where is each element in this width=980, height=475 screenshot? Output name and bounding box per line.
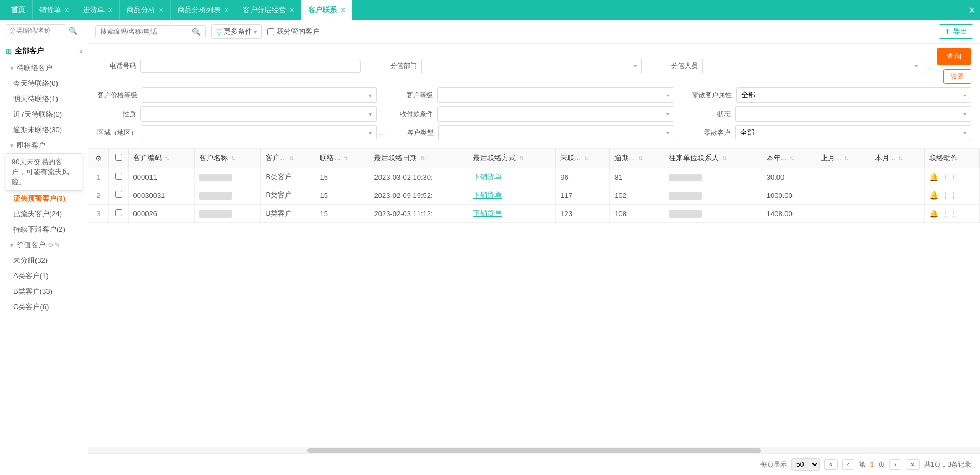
th-this-year[interactable]: 本年... ⇅ — [762, 149, 816, 168]
row-contact-count-1: 15 — [315, 186, 369, 205]
row-last-contact-type-0[interactable]: 下销货单 — [468, 168, 556, 186]
dept-field: 分管部门 ▾ — [378, 59, 642, 74]
region-select[interactable]: ▾ — [142, 125, 377, 140]
collapse-icon[interactable]: « — [79, 48, 82, 54]
nature-select[interactable]: ▾ — [140, 106, 377, 122]
tab-sales[interactable]: 销货单 ✕ — [33, 0, 76, 20]
customer-type-select[interactable]: ▾ — [438, 125, 674, 140]
th-overdue[interactable]: 逾期... ⇅ — [610, 149, 664, 168]
sidebar-item-unclassified[interactable]: 未分组(32) — [0, 253, 88, 268]
sidebar-item-declining[interactable]: 持续下滑客户(2) — [0, 222, 88, 237]
sidebar: 🔍 ⊞ 全部客户 « ▼ 待联络客户 今天待联络(0) 明天待联络(1) 近7天… — [0, 20, 88, 475]
status-select[interactable]: ▾ — [735, 106, 971, 122]
tab-customer-contact[interactable]: 客户联系 ✕ — [301, 0, 352, 20]
sidebar-item-already-churned[interactable]: 已流失客户(24) — [0, 206, 88, 222]
zero-customer-field: 零散客户 全部 ▾ — [692, 125, 971, 140]
th-name[interactable]: 客户名称 ⇅ — [195, 149, 261, 168]
sidebar-item-class-b[interactable]: B类客户(33) — [0, 284, 88, 299]
this-year-sort-icon: ⇅ — [790, 155, 794, 161]
search-submit-icon[interactable]: 🔍 — [192, 28, 201, 36]
sidebar-item-overdue-pending[interactable]: 逾期未联络(30) — [0, 122, 88, 138]
group-value-customers[interactable]: ▼ 价值客户 ↻ ✎ — [0, 237, 88, 253]
region-dots[interactable]: ... — [380, 128, 387, 137]
tab-purchase-close[interactable]: ✕ — [108, 7, 113, 14]
value-customers-settings-icon[interactable]: ✎ — [54, 241, 60, 249]
export-button[interactable]: ⬆ 导出 — [939, 24, 973, 39]
scrollbar-thumb[interactable] — [307, 448, 761, 453]
tab-product-analysis-list-close[interactable]: ✕ — [224, 7, 229, 14]
action-icon-bell-2[interactable]: 🔔 — [929, 209, 939, 218]
adv-row-4: 区域（地区） ▾ ... 客户类型 ▾ 零散客户 全部 — [97, 125, 971, 140]
payment-select[interactable]: ▾ — [437, 106, 674, 122]
tab-purchase[interactable]: 进货单 ✕ — [76, 0, 120, 20]
query-button[interactable]: 查询 — [937, 48, 971, 65]
date-sort-icon: ⇅ — [420, 155, 425, 161]
group-pending-contact[interactable]: ▼ 待联络客户 — [0, 60, 88, 76]
sidebar-item-7days-pending[interactable]: 近7天待联络(0) — [0, 107, 88, 122]
row-last-month-0 — [816, 168, 870, 186]
row-last-contact-type-1[interactable]: 下销货单 — [468, 186, 556, 205]
prev-page-button[interactable]: ‹ — [842, 459, 854, 470]
sidebar-search-input[interactable] — [6, 24, 66, 36]
sidebar-item-tomorrow-pending[interactable]: 明天待联络(1) — [0, 91, 88, 107]
next-page-button[interactable]: › — [889, 459, 901, 470]
phone-input[interactable] — [140, 60, 361, 73]
sidebar-item-class-c[interactable]: C类客户(6) — [0, 299, 88, 315]
row-customer-type-0: B类客户 — [261, 168, 315, 186]
row-select-checkbox-1[interactable] — [115, 191, 122, 198]
select-all-checkbox[interactable] — [115, 154, 122, 161]
tab-home[interactable]: 首页 — [4, 0, 33, 20]
th-this-month[interactable]: 本月... ⇅ — [870, 149, 924, 168]
price-level-select[interactable]: ▾ — [142, 87, 377, 103]
row-select-checkbox-0[interactable] — [115, 173, 122, 180]
sidebar-item-class-a[interactable]: A类客户(1) — [0, 268, 88, 284]
settings-button[interactable]: 设置 — [943, 69, 971, 84]
action-icon-bell-0[interactable]: 🔔 — [929, 173, 939, 181]
tab-product-analysis-close[interactable]: ✕ — [159, 7, 164, 14]
th-code[interactable]: 客户编码 ⇅ — [128, 149, 195, 168]
sidebar-item-churn-warning[interactable]: 流失预警客户(3) — [0, 191, 88, 206]
dept-select[interactable]: ▾ — [421, 59, 642, 74]
zero-attr-select[interactable]: 全部 ▾ — [736, 87, 971, 103]
sidebar-item-today-pending[interactable]: 今天待联络(0) — [0, 76, 88, 91]
per-page-label: 每页显示 — [760, 460, 787, 469]
window-close-button[interactable]: ✕ — [968, 5, 976, 15]
th-last-contact-date[interactable]: 最后联络日期 ⇅ — [369, 149, 468, 168]
tab-sales-close[interactable]: ✕ — [64, 7, 69, 14]
tab-customer-layer[interactable]: 客户分层经营 ✕ — [236, 0, 301, 20]
tab-product-analysis[interactable]: 商品分析 ✕ — [120, 0, 171, 20]
my-customers-checkbox[interactable] — [267, 28, 274, 35]
tab-customer-contact-close[interactable]: ✕ — [340, 7, 345, 14]
action-icon-more-0[interactable]: ⋮⋮ — [942, 173, 957, 181]
first-page-button[interactable]: « — [824, 459, 838, 470]
search-input[interactable] — [100, 28, 192, 35]
action-icon-more-1[interactable]: ⋮⋮ — [942, 191, 957, 200]
tab-product-analysis-list[interactable]: 商品分析列表 ✕ — [171, 0, 236, 20]
th-contact-person[interactable]: 往来单位联系人 ⇅ — [664, 149, 762, 168]
th-customer-type[interactable]: 客户... ⇅ — [261, 149, 315, 168]
zero-customer-select[interactable]: 全部 ▾ — [735, 125, 971, 140]
customer-level-select[interactable]: ▾ — [437, 87, 674, 103]
all-customers-header[interactable]: ⊞ 全部客户 « — [0, 41, 88, 60]
export-icon: ⬆ — [945, 28, 951, 36]
value-customers-edit-icon[interactable]: ↻ — [48, 241, 53, 249]
row-select-checkbox-2[interactable] — [115, 209, 122, 216]
sidebar-search-icon[interactable]: 🔍 — [69, 27, 77, 35]
group-lost-customers[interactable]: ▼ 即将客户 — [0, 138, 88, 153]
th-uncontacted[interactable]: 未联... ⇅ — [556, 149, 610, 168]
more-conditions-button[interactable]: ▽ 更多条件 ▾ — [211, 24, 262, 39]
tab-customer-layer-close[interactable]: ✕ — [289, 7, 294, 14]
gear-icon[interactable]: ⚙ — [95, 154, 102, 163]
type-sort-icon: ⇅ — [289, 155, 294, 161]
action-icon-more-2[interactable]: ⋮⋮ — [942, 209, 957, 218]
per-page-select[interactable]: 50 100 — [791, 458, 820, 471]
last-page-button[interactable]: » — [906, 459, 920, 470]
row-last-contact-type-2[interactable]: 下销货单 — [468, 205, 556, 223]
action-icon-bell-1[interactable]: 🔔 — [929, 191, 939, 200]
horizontal-scrollbar[interactable] — [88, 447, 980, 453]
th-contact-count[interactable]: 联络... ⇅ — [315, 149, 369, 168]
th-last-contact-type[interactable]: 最后联络方式 ⇅ — [468, 149, 556, 168]
person-select[interactable]: ▾ — [702, 59, 922, 74]
th-last-month[interactable]: 上月... ⇅ — [816, 149, 870, 168]
row1-dots[interactable]: ... — [926, 62, 932, 71]
